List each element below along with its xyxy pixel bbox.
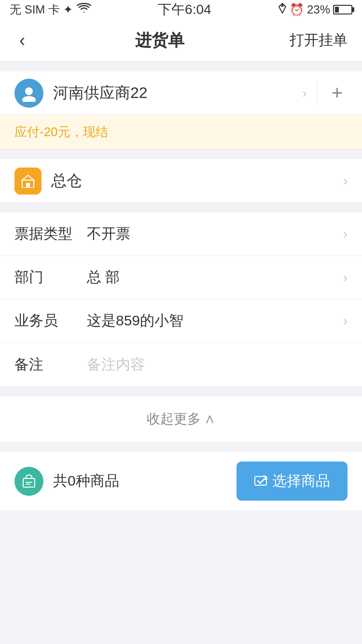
supplier-chevron-icon: › (302, 85, 306, 101)
supplier-section: 河南供应商22 › + 应付-20元，现结 (0, 71, 362, 150)
location-icon (278, 3, 287, 16)
warehouse-icon (14, 168, 42, 195)
warehouse-chevron-icon: › (343, 173, 348, 189)
department-value: 总 部 (87, 267, 343, 287)
footer-bar: 共0种商品 选择商品 (0, 451, 362, 510)
svg-rect-3 (26, 183, 30, 188)
remark-label: 备注 (14, 355, 77, 375)
top-divider (0, 62, 362, 71)
form-section: 票据类型 不开票 › 部门 总 部 › 业务员 这是859的小智 › 备注 备注… (0, 212, 362, 386)
sales-person-row[interactable]: 业务员 这是859的小智 › (0, 299, 362, 343)
remark-value[interactable]: 备注内容 (87, 355, 348, 375)
nav-bar: ‹ 进货单 打开挂单 (0, 19, 362, 62)
department-chevron-icon: › (343, 270, 348, 285)
svg-point-1 (22, 96, 36, 102)
invoice-type-row[interactable]: 票据类型 不开票 › (0, 212, 362, 256)
status-time: 下午6:04 (158, 0, 211, 19)
remark-row[interactable]: 备注 备注内容 (0, 343, 362, 386)
notice-bar: 应付-20元，现结 (0, 115, 362, 150)
product-count-text: 共0种商品 (53, 471, 237, 491)
supplier-row[interactable]: 河南供应商22 › + (0, 71, 362, 115)
add-button[interactable]: + (327, 77, 348, 109)
vertical-divider (317, 81, 317, 105)
battery-icon (333, 5, 352, 14)
warehouse-name: 总仓 (51, 170, 343, 192)
invoice-type-label: 票据类型 (14, 224, 77, 244)
status-right: ⏰ 23% (278, 3, 352, 16)
back-button[interactable]: ‹ (14, 26, 30, 56)
warehouse-section: 总仓 › (0, 159, 362, 203)
bottom-area (0, 510, 362, 644)
sim-label: 无 SIM 卡 ✦ (10, 2, 73, 17)
warehouse-row[interactable]: 总仓 › (0, 159, 362, 203)
sales-person-label: 业务员 (14, 311, 77, 331)
svg-rect-5 (255, 476, 266, 485)
wifi-icon (77, 3, 91, 16)
department-label: 部门 (14, 267, 77, 287)
open-pending-button[interactable]: 打开挂单 (290, 30, 348, 50)
collapse-label: 收起更多 ∧ (147, 410, 216, 428)
page-title: 进货单 (135, 29, 184, 52)
svg-point-0 (25, 87, 33, 95)
sales-person-chevron-icon: › (343, 313, 348, 329)
select-product-label: 选择商品 (272, 471, 330, 491)
supplier-name: 河南供应商22 (53, 83, 302, 104)
sales-person-value: 这是859的小智 (87, 311, 343, 331)
battery-label: 23% (307, 3, 330, 16)
invoice-type-value: 不开票 (87, 224, 343, 244)
department-row[interactable]: 部门 总 部 › (0, 256, 362, 299)
product-count-icon (14, 467, 43, 496)
status-left: 无 SIM 卡 ✦ (10, 2, 91, 17)
status-bar: 无 SIM 卡 ✦ 下午6:04 ⏰ 23% (0, 0, 362, 19)
notice-text: 应付-20元，现结 (14, 125, 108, 139)
supplier-avatar (14, 79, 43, 108)
select-product-button[interactable]: 选择商品 (237, 462, 348, 501)
invoice-type-chevron-icon: › (343, 226, 348, 242)
collapse-bar[interactable]: 收起更多 ∧ (0, 396, 362, 442)
alarm-icon: ⏰ (290, 3, 304, 16)
